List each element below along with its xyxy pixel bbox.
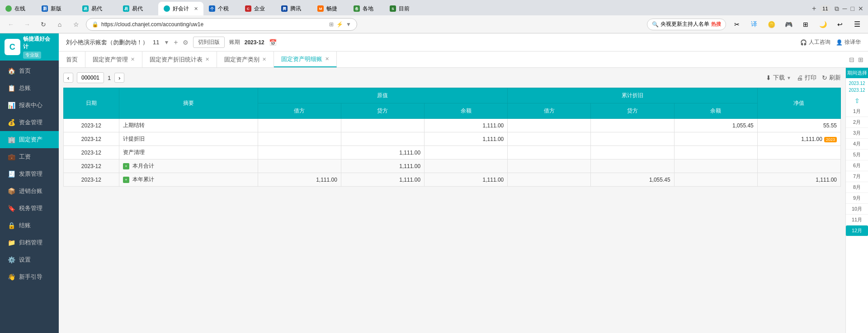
period-start-date[interactable]: 2023.12 [846,80,868,87]
tab-fixed-assets[interactable]: 固定资产管理 ✕ [85,52,142,67]
sidebar-item-home[interactable]: 🏠 首页 [0,62,59,80]
browser-tab-1[interactable]: 在线 [0,2,36,15]
period-month-1[interactable]: 1月 [846,106,868,117]
home-browser-btn[interactable]: ⌂ [53,18,66,31]
translate-btn[interactable]: 译 [748,18,760,31]
close-window-btn[interactable]: ✕ [858,5,863,12]
sidebar-item-ledger[interactable]: 📋 总账 [0,80,59,97]
customer-service-btn[interactable]: 🎧 人工咨询 [800,38,830,46]
period-scroll-up[interactable]: ⇧ [846,95,868,106]
calendar-icon[interactable]: 📅 [269,39,277,46]
period-month-10[interactable]: 10月 [846,204,868,215]
print-btn[interactable]: 🖨 打印 [797,74,816,82]
menu-btn[interactable]: ☰ [851,18,863,31]
search-text: 央视更新主持人名单 [660,20,709,28]
maximize-btn[interactable]: □ [851,5,854,12]
expand-panel-btn[interactable]: ⊞ [858,56,863,63]
tab-close-assets-category[interactable]: ✕ [262,56,266,62]
tab-close-depreciation[interactable]: ✕ [205,56,209,62]
sidebar-logo: C 畅捷通好会计 专业版 [0,33,59,61]
tab-depreciation[interactable]: 固定资产折旧统计表 ✕ [142,52,217,67]
sidebar-item-reports[interactable]: 📊 报表中心 [0,97,59,114]
refresh-data-btn[interactable]: ↻ 刷新 [822,74,841,82]
period-month-11[interactable]: 11月 [846,215,868,225]
browser-tab-9[interactable]: M 畅捷 [312,2,348,15]
restore-btn[interactable]: ⧉ [835,5,839,13]
period-month-9[interactable]: 9月 [846,193,868,204]
sidebar-item-tax[interactable]: 🔖 税务管理 [0,200,59,217]
tab-assets-category-label: 固定资产类别 [224,56,259,64]
print-icon: 🖨 [797,74,803,81]
period-month-7[interactable]: 7月 [846,171,868,182]
sidebar-label-purchase-sales: 进销台账 [19,187,42,195]
period-month-4[interactable]: 4月 [846,139,868,150]
cell-orig-credit-1 [341,119,424,132]
download-dropdown-icon[interactable]: ▼ [787,75,791,80]
browser-tab-5[interactable]: 好会计 ✕ [158,2,203,15]
settings-browser-btn[interactable]: 🌙 [816,18,829,31]
undo-btn[interactable]: ↩ [834,18,846,31]
browser-tab-3[interactable]: 易 易代 [77,2,118,15]
sidebar-item-fixed-assets[interactable]: 🏢 固定资产 [0,131,59,148]
period-month-12[interactable]: 12月 [846,225,868,236]
sidebar-item-purchase-sales[interactable]: 📦 进销台账 [0,183,59,200]
ledger-table: 日期 摘要 原值 累计折旧 净值 借方 贷方 余额 借方 贷方 余额 [63,88,841,187]
period-end-date[interactable]: 2023.12 [846,87,868,94]
period-month-6[interactable]: 6月 [846,160,868,171]
sidebar-item-invoice[interactable]: 🧾 发票管理 [0,165,59,183]
summary-icon-4: + [123,163,129,169]
period-month-3[interactable]: 3月 [846,128,868,139]
minimize-btn[interactable]: ─ [843,5,847,12]
switch-version-btn[interactable]: 切到旧版 [193,37,225,48]
scissors-btn[interactable]: ✂ [731,18,743,31]
payroll-icon: 💼 [7,153,15,161]
tab-assets-detail[interactable]: 固定资产明细账 ✕ [274,52,337,67]
sidebar-item-guide[interactable]: 👋 新手引导 [0,268,59,286]
add-account-btn[interactable]: + [174,38,178,47]
notification-badge[interactable]: 11 [820,5,830,12]
grid-view-btn[interactable]: ⊞ [799,18,812,31]
browser-tab-7[interactable]: C 企业 [240,2,276,15]
sidebar-item-closing[interactable]: 🔒 结账 [0,217,59,234]
next-page-btn[interactable]: › [114,73,124,83]
search-icon: 🔍 [652,21,659,28]
dropdown-btn[interactable]: ▼ [346,21,351,28]
back-btn[interactable]: ← [5,18,17,31]
wallet-btn[interactable]: 🪙 [765,18,778,31]
forward-btn[interactable]: → [21,18,33,31]
table-row-summary: 2023-12 + 本月合计 1,111.00 [64,159,841,173]
search-box[interactable]: 🔍 央视更新主持人名单 热搜 [647,19,726,30]
tab-home[interactable]: 首页 [59,52,85,67]
sidebar-item-archive[interactable]: 📁 归档管理 [0,234,59,251]
user-profile-btn[interactable]: 👤 徐译华 [836,38,861,46]
sidebar-item-funds[interactable]: 💰 资金管理 [0,114,59,131]
browser-tab-8[interactable]: 腾 腾讯 [276,2,312,15]
tab-close-assets-detail[interactable]: ✕ [325,56,329,62]
browser-tab-10[interactable]: 各 各地 [348,2,384,15]
period-month-2[interactable]: 2月 [846,117,868,128]
settings-account-btn[interactable]: ⚙ [183,39,189,46]
browser-tab-11[interactable]: S 目前 [384,2,420,15]
collapse-panel-btn[interactable]: ⊟ [849,56,854,63]
dropdown-icon[interactable]: ▼ [164,39,169,46]
download-btn[interactable]: ⬇ 下载 ▼ [766,74,791,82]
game-btn[interactable]: 🎮 [782,18,795,31]
browser-tab-6[interactable]: 个 个税 [203,2,240,15]
tab-close-fixed-assets[interactable]: ✕ [131,56,135,62]
lock-icon: 🔒 [92,21,99,28]
bookmark-btn[interactable]: ☆ [70,18,82,31]
sidebar-item-payroll[interactable]: 💼 工资 [0,148,59,165]
refresh-browser-btn[interactable]: ↻ [37,18,50,31]
tab-assets-category[interactable]: 固定资产类别 ✕ [217,52,274,67]
browser-tab-4[interactable]: 易 易代 [118,2,158,15]
browser-tab-2[interactable]: 新 新版 [36,2,77,15]
period-month-8[interactable]: 8月 [846,182,868,193]
period-month-5[interactable]: 5月 [846,150,868,160]
prev-page-btn[interactable]: ‹ [63,73,73,83]
sidebar-item-settings[interactable]: ⚙️ 设置 [0,251,59,268]
new-tab-btn[interactable]: + [812,5,816,13]
address-box[interactable]: 🔒 https://cloud.chanjet.com/accounting/u… [86,18,357,31]
account-code-input[interactable] [77,72,104,83]
tab-close-5[interactable]: ✕ [194,6,198,12]
tab-fixed-assets-label: 固定资产管理 [93,56,128,64]
